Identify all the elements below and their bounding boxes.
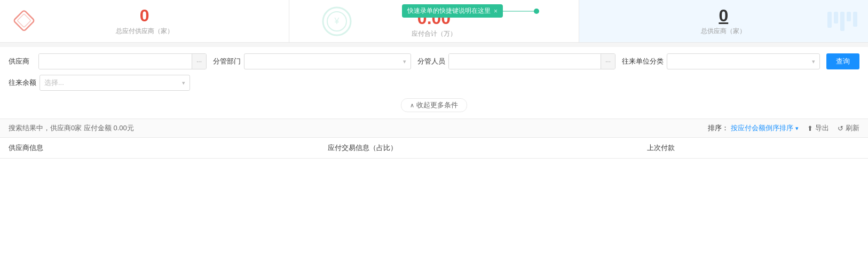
sort-label: 排序：: [708, 123, 729, 133]
person-label: 分管人员: [417, 57, 445, 66]
filter-area: 供应商 ··· 分管部门 ▾ 分管人员 ··· 往来单位分类: [0, 47, 868, 119]
stat-total-suppliers: 0 总供应商（家）: [579, 0, 868, 42]
total-suppliers-label: 总供应商（家）: [701, 27, 746, 36]
bg-bars-icon: [827, 12, 857, 31]
balance-label: 往来余额: [9, 78, 36, 88]
filter-unit-category: 往来单位分类 ▾: [622, 53, 820, 69]
shortcut-tooltip: 快速录单的快捷键说明在这里 ×: [402, 4, 503, 18]
filter-supplier: 供应商 ···: [9, 53, 207, 69]
export-label: 导出: [815, 123, 829, 133]
total-suppliers-value: 0: [719, 6, 728, 25]
balance-select-text: 选择...: [44, 78, 64, 88]
tooltip-close-btn[interactable]: ×: [494, 7, 498, 15]
collapse-label: 收起更多条件: [416, 100, 458, 110]
tooltip-dot: [534, 9, 539, 14]
result-bar: 搜索结果中，供应商0家 应付金额 0.00元 排序： 按应付会额倒序排序 ▾ ⬆…: [0, 119, 868, 138]
tooltip-text: 快速录单的快捷键说明在这里: [407, 6, 491, 15]
col-transaction-header: 应付交易信息（占比）: [328, 143, 647, 153]
svg-rect-1: [17, 13, 30, 27]
balance-chevron-icon: ▾: [182, 80, 185, 87]
supplier-dots-btn[interactable]: ···: [192, 54, 206, 69]
sort-chevron-icon: ▾: [795, 125, 799, 132]
result-actions: 排序： 按应付会额倒序排序 ▾ ⬆ 导出 ↺ 刷新: [708, 123, 859, 133]
payable-suppliers-value: 0: [140, 6, 149, 25]
sort-value: 按应付会额倒序排序: [731, 123, 793, 133]
payable-total-label: 应付合计（万）: [412, 29, 456, 38]
department-select[interactable]: ▾: [244, 53, 411, 69]
sort-dropdown[interactable]: 排序： 按应付会额倒序排序 ▾: [708, 123, 799, 133]
balance-select[interactable]: 选择... ▾: [40, 75, 190, 91]
export-icon: ⬆: [807, 124, 813, 132]
supplier-label: 供应商: [9, 57, 35, 66]
collapse-button[interactable]: ∧ 收起更多条件: [401, 98, 467, 112]
export-button[interactable]: ⬆ 导出: [807, 123, 829, 133]
col-supplier-header: 供应商信息: [9, 143, 328, 153]
department-label: 分管部门: [213, 57, 241, 66]
supplier-input[interactable]: [39, 54, 192, 69]
filter-row-1: 供应商 ··· 分管部门 ▾ 分管人员 ··· 往来单位分类: [9, 53, 859, 69]
stat-payable-suppliers: 0 总应付供应商（家）: [0, 0, 289, 42]
filter-department: 分管部门 ▾: [213, 53, 411, 69]
col-last-payment-header: 上次付款: [647, 143, 860, 153]
payable-suppliers-label: 总应付供应商（家）: [116, 27, 173, 36]
unit-category-select[interactable]: ▾: [667, 53, 820, 69]
person-input[interactable]: [449, 54, 601, 69]
logo-diamond-icon: [11, 8, 37, 35]
supplier-input-wrapper[interactable]: ···: [38, 53, 207, 69]
refresh-icon: ↺: [838, 124, 843, 132]
table-body: [0, 159, 868, 275]
result-summary: 搜索结果中，供应商0家 应付金额 0.00元: [9, 123, 134, 133]
table-header: 供应商信息 应付交易信息（占比） 上次付款: [0, 138, 868, 159]
stat-payable-total: ¥ 快速录单的快捷键说明在这里 × 0.00 应付合计（万）: [289, 0, 579, 42]
refresh-button[interactable]: ↺ 刷新: [838, 123, 859, 133]
unit-category-label: 往来单位分类: [622, 57, 664, 66]
collapse-row: ∧ 收起更多条件: [9, 96, 859, 116]
query-button[interactable]: 查询: [826, 53, 859, 69]
refresh-label: 刷新: [846, 123, 859, 133]
svg-text:¥: ¥: [334, 17, 340, 26]
person-input-wrapper[interactable]: ···: [448, 53, 616, 69]
department-chevron-icon: ▾: [403, 58, 406, 65]
unit-category-chevron-icon: ▾: [812, 58, 815, 65]
coin-icon: ¥: [321, 6, 352, 37]
filter-person: 分管人员 ···: [417, 53, 616, 69]
filter-row-2: 往来余额 选择... ▾: [9, 75, 190, 91]
collapse-chevron-icon: ∧: [410, 102, 414, 109]
filter-balance: 往来余额 选择... ▾: [9, 75, 190, 91]
person-dots-btn[interactable]: ···: [601, 54, 615, 69]
svg-rect-0: [13, 10, 35, 31]
